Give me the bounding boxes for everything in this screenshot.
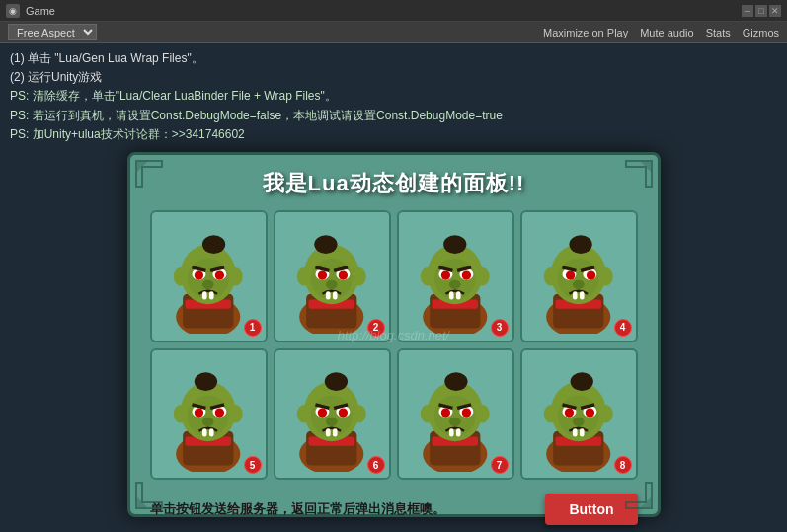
svg-point-106 <box>421 405 434 423</box>
window-title: Game <box>26 5 55 17</box>
svg-point-124 <box>599 405 613 423</box>
svg-point-61 <box>566 270 575 279</box>
corner-decoration-bl <box>134 481 164 510</box>
character-cell-2: 2 <box>274 210 391 342</box>
toolbar-right: Maximize on Play Mute audio Stats Gizmos <box>543 27 779 38</box>
character-cell-5: 5 <box>150 348 268 480</box>
instruction-line-1: (1) 单击 "Lua/Gen Lua Wrap Files"。 <box>10 49 777 68</box>
svg-rect-66 <box>573 291 578 299</box>
instruction-line-2: (2) 运行Unity游戏 <box>10 68 777 87</box>
svg-point-14 <box>202 280 214 289</box>
svg-point-22 <box>353 267 366 286</box>
char-badge-7: 7 <box>491 456 509 474</box>
svg-point-123 <box>544 405 558 423</box>
svg-point-6 <box>202 235 225 254</box>
svg-point-89 <box>297 405 311 423</box>
svg-rect-49 <box>449 291 454 299</box>
svg-point-40 <box>443 235 466 254</box>
svg-point-31 <box>326 280 338 289</box>
svg-point-116 <box>449 418 461 426</box>
mute-audio-button[interactable]: Mute audio <box>640 27 693 38</box>
char-badge-5: 5 <box>244 456 262 474</box>
svg-point-113 <box>462 409 471 418</box>
aspect-dropdown[interactable]: Free Aspect <box>8 24 97 40</box>
corner-decoration-br <box>624 481 654 510</box>
svg-point-82 <box>202 418 214 426</box>
svg-point-38 <box>421 267 434 286</box>
orc-character-7 <box>404 356 507 471</box>
character-cell-7: 7 <box>397 348 514 480</box>
main-area: (1) 单击 "Lua/Gen Lua Wrap Files"。 (2) 运行U… <box>0 43 787 532</box>
orc-character-1 <box>157 219 260 334</box>
svg-rect-16 <box>209 291 214 299</box>
char-badge-6: 6 <box>367 456 385 474</box>
svg-point-112 <box>441 409 450 418</box>
maximize-button[interactable]: □ <box>755 5 767 17</box>
char-badge-1: 1 <box>244 319 262 337</box>
svg-point-99 <box>326 418 338 426</box>
svg-rect-83 <box>202 429 207 437</box>
svg-point-74 <box>195 373 217 392</box>
svg-point-107 <box>476 405 490 423</box>
svg-rect-135 <box>580 429 585 437</box>
game-container: 我是Lua动态创建的面板!! <box>0 148 787 532</box>
minimize-button[interactable]: ─ <box>742 5 753 17</box>
svg-point-91 <box>325 373 348 392</box>
panel-bottom-bar: 单击按钮发送给服务器，返回正常后弹出消息框噢。 Button <box>140 488 648 527</box>
svg-rect-67 <box>580 291 585 299</box>
svg-point-95 <box>318 409 327 418</box>
orc-character-3 <box>404 219 507 334</box>
maximize-play-button[interactable]: Maximize on Play <box>543 27 628 38</box>
orc-character-6 <box>280 356 383 471</box>
svg-point-57 <box>570 235 592 254</box>
character-cell-3: 3 <box>397 210 514 342</box>
svg-point-78 <box>195 409 203 418</box>
title-left: ◉ Game <box>6 4 55 18</box>
svg-point-45 <box>462 270 471 279</box>
toolbar-left: Free Aspect <box>8 24 97 40</box>
svg-point-90 <box>353 405 366 423</box>
svg-point-55 <box>544 267 558 286</box>
gizmos-button[interactable]: Gizmos <box>743 27 779 38</box>
stats-button[interactable]: Stats <box>706 27 731 38</box>
title-bar: ◉ Game ─ □ ✕ <box>0 0 787 22</box>
svg-rect-134 <box>573 429 578 437</box>
svg-point-23 <box>315 235 338 254</box>
orc-character-5 <box>157 356 260 471</box>
svg-point-56 <box>599 267 613 286</box>
svg-rect-33 <box>333 291 338 299</box>
svg-rect-117 <box>449 429 454 437</box>
svg-rect-100 <box>326 429 331 437</box>
svg-point-48 <box>449 280 461 289</box>
char-badge-2: 2 <box>367 319 385 337</box>
orc-character-2 <box>280 219 383 334</box>
svg-rect-15 <box>202 291 207 299</box>
title-controls: ─ □ ✕ <box>742 5 781 17</box>
svg-point-27 <box>318 270 327 279</box>
corner-decoration-tl <box>134 159 164 189</box>
corner-decoration-tr <box>624 159 654 189</box>
characters-grid: 1 <box>140 206 648 484</box>
instructions-panel: (1) 单击 "Lua/Gen Lua Wrap Files"。 (2) 运行U… <box>0 43 787 148</box>
svg-rect-50 <box>456 291 461 299</box>
svg-point-39 <box>476 267 490 286</box>
svg-point-28 <box>339 270 348 279</box>
svg-point-79 <box>215 409 224 418</box>
svg-point-62 <box>587 270 595 279</box>
svg-point-129 <box>565 409 574 418</box>
window-icon: ◉ <box>6 4 20 18</box>
char-badge-8: 8 <box>614 456 632 474</box>
character-cell-4: 4 <box>520 210 638 342</box>
svg-rect-84 <box>209 429 214 437</box>
svg-point-65 <box>573 280 585 289</box>
orc-character-4 <box>527 219 630 334</box>
svg-rect-32 <box>326 291 331 299</box>
close-button[interactable]: ✕ <box>769 5 781 17</box>
svg-point-11 <box>215 270 224 279</box>
char-badge-4: 4 <box>614 319 632 337</box>
svg-point-10 <box>195 270 203 279</box>
svg-point-96 <box>339 409 348 418</box>
svg-point-133 <box>573 418 585 426</box>
svg-point-125 <box>571 373 593 392</box>
instruction-line-3: PS: 清除缓存，单击"Lua/Clear LuaBinder File + W… <box>10 87 777 106</box>
